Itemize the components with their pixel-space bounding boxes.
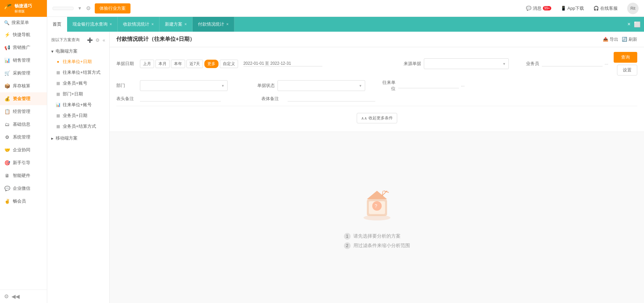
dropdown-arrow[interactable]: ▼ [78,6,82,11]
status-select[interactable]: ▼ [277,80,365,91]
header-title [53,7,74,10]
date-range-input[interactable] [243,61,322,66]
sidebar-item-vip[interactable]: ✌ 畅会员 [0,195,47,208]
sidebar-item-label: 经营管理 [13,109,30,115]
page-title: 付款情况统计（往来单位+日期） [116,36,195,43]
app-download-btn[interactable]: 📱 App下载 [561,5,584,11]
sidebar-nav: ⚡ 快捷导航 📢 营销推广 📊 销售管理 🛒 采购管理 📦 库存核算 💰 资金管… [0,28,47,290]
user-avatar[interactable]: Rit [627,3,639,14]
app-icon: 📱 [561,6,566,11]
date-label: 单据日期 [116,61,140,67]
tab-new-plan[interactable]: 新建方案 × [159,17,193,32]
collapse-btn[interactable]: ∧∧ 收起更多条件 [357,113,397,123]
sidebar-item-enterprise[interactable]: 🤝 企业协同 [0,144,47,156]
tab-payment-stats-label: 付款情况统计 [198,21,224,27]
panel-item-unit-payment[interactable]: ▦ 往来单位+结算方式 [47,67,109,78]
sidebar-item-guide[interactable]: 🎯 新手引导 [0,156,47,169]
staff-payment-icon: ▦ [55,124,61,129]
body-note-input[interactable] [288,96,375,101]
sidebar-item-label: 智能硬件 [13,173,30,179]
online-service-btn[interactable]: 🎧 在线客服 [593,5,618,11]
filter-settings-btn[interactable]: 设置 [617,65,637,75]
enterprise-icon: 🤝 [4,147,10,153]
sidebar-footer: ⚙ ◀◀ [0,290,47,303]
panel-collapse-btn[interactable]: « [103,37,105,43]
left-panel: 按以下方案查询 ➕ ⚙ « ▾ 电脑端方案 ● 往来单位+日期 ▦ [47,32,110,303]
sidebar-search[interactable]: 🔍 搜索菜单 [0,17,47,28]
sidebar-item-operations[interactable]: 📋 经营管理 [0,105,47,118]
sidebar-item-hardware[interactable]: 🖥 智能硬件 [0,169,47,182]
unit-payment-icon: ▦ [55,70,61,75]
date-btn-custom[interactable]: 自定义 [220,60,238,68]
source-select[interactable]: ▼ [424,58,509,69]
panel-item-staff-account[interactable]: ▦ 业务员+账号 [47,78,109,89]
date-btn-this-year[interactable]: 本年 [171,60,185,68]
sidebar-item-label: 库存核算 [13,83,30,89]
tab-payment-close[interactable]: × [226,22,229,27]
date-btn-this-month[interactable]: 本月 [155,60,170,68]
tab-cashflow-close[interactable]: × [110,22,112,27]
inventory-icon: 📦 [4,83,10,89]
dept-select-arrow: ▼ [221,84,225,88]
tab-home[interactable]: 首页 [47,17,67,32]
panel-add-btn[interactable]: ➕ [87,37,93,43]
sidebar-item-basic-info[interactable]: 🗂 基础信息 [0,118,47,131]
collapse-sidebar-btn[interactable]: ◀◀ [11,293,20,300]
tabs-bar: 首页 现金银行流水查询 × 收款情况统计 × 新建方案 × 付款情况统计 × ×… [47,17,644,32]
panel-item-unit-account[interactable]: 📊 往来单位+账号 [47,99,109,110]
message-btn[interactable]: 💬 消息 99+ [526,5,551,11]
tab-receipt-stats[interactable]: 收款情况统计 × [118,17,159,32]
settings-footer-btn[interactable]: ⚙ [4,293,9,300]
panel-item-dept-date[interactable]: ▦ 部门+日期 [47,89,109,99]
sidebar-item-sales[interactable]: 📊 销售管理 [0,54,47,67]
staff-input[interactable] [542,61,603,66]
page-actions: 📤 导出 🔄 刷新 [603,36,637,42]
panel-item-label: 往来单位+结算方式 [63,69,100,75]
sidebar-item-fund[interactable]: 💰 资金管理 [0,92,47,105]
sidebar-item-label: 采购管理 [13,70,30,76]
tab-receipt-close[interactable]: × [151,22,154,27]
app-label: App下载 [567,5,584,11]
unit-input[interactable] [398,83,459,88]
panel-item-staff-date[interactable]: ▦ 业务员+日期 [47,110,109,121]
date-btn-last-month[interactable]: 上月 [140,60,154,68]
panel-item-label: 部门+日期 [63,91,83,97]
maximize-window-btn[interactable]: ⬜ [634,21,641,28]
date-btn-7days[interactable]: 近7天 [186,60,203,68]
source-label: 来源单据 [401,61,421,67]
tab-cashflow[interactable]: 现金银行流水查询 × [67,17,118,32]
wechat-icon: 💬 [4,185,10,191]
tab-new-plan-close[interactable]: × [184,22,187,27]
panel-item-unit-date[interactable]: ● 往来单位+日期 [47,56,109,67]
dept-select[interactable]: ▼ [140,80,228,91]
header-note-input[interactable] [140,96,221,101]
settings-icon[interactable]: ⚙ [86,5,91,11]
panel-settings-btn[interactable]: ⚙ [95,37,100,43]
mobile-section-title[interactable]: ▸ 移动端方案 [47,133,109,143]
header-note-label: 表头备注 [116,96,140,102]
sidebar-item-label: 快捷导航 [13,32,30,38]
sidebar-item-inventory[interactable]: 📦 库存核算 [0,80,47,92]
message-icon: 💬 [526,6,531,11]
logo-name: 畅捷通巧 [14,3,32,8]
industry-btn[interactable]: 体验行业方案 [95,3,130,13]
refresh-btn[interactable]: 🔄 刷新 [622,36,637,42]
sidebar-item-quick-nav[interactable]: ⚡ 快捷导航 [0,28,47,41]
sidebar-item-purchase[interactable]: 🛒 采购管理 [0,67,47,80]
panel-item-staff-payment[interactable]: ▦ 业务员+结算方式 [47,121,109,132]
sidebar-item-wechat[interactable]: 💬 企业微信 [0,182,47,195]
date-btn-more[interactable]: 更多 [204,60,218,68]
tab-payment-stats[interactable]: 付款情况统计 × [193,17,234,32]
unit-more-btn[interactable]: ··· [461,83,465,88]
pc-section-title[interactable]: ▾ 电脑端方案 [47,46,109,56]
pc-section-label: 电脑端方案 [56,48,78,54]
tip-text-1: 请先选择要分析的方案 [353,233,401,239]
query-btn[interactable]: 查询 [614,52,637,63]
sidebar-item-marketing[interactable]: 📢 营销推广 [0,41,47,54]
export-btn[interactable]: 📤 导出 [603,36,618,42]
staff-more-btn[interactable]: ··· [605,61,608,66]
sidebar-item-system[interactable]: ⚙ 系统管理 [0,131,47,144]
source-select-arrow: ▼ [502,62,506,66]
export-icon: 📤 [603,37,608,42]
close-window-btn[interactable]: × [627,21,631,27]
